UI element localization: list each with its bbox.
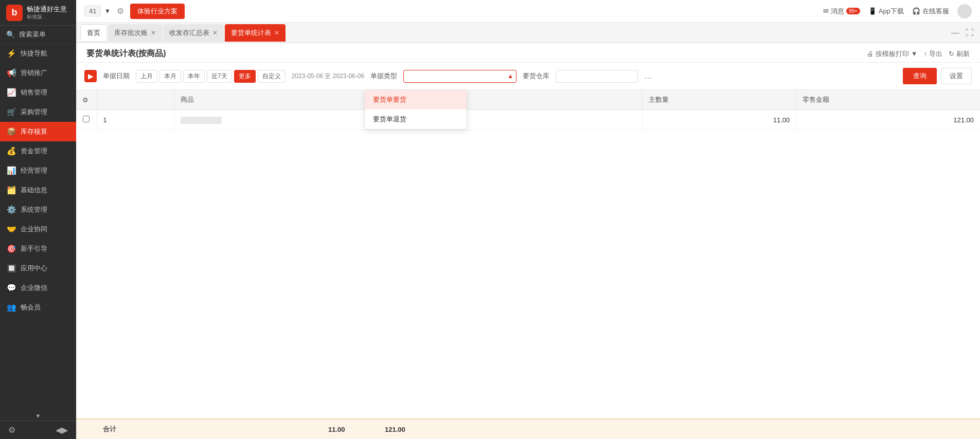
chevron-down-icon: ▼: [104, 7, 111, 15]
export-btn[interactable]: ↑ 导出: [924, 49, 943, 59]
row-amount[interactable]: 121.00: [796, 110, 980, 130]
members-icon: 👥: [6, 303, 16, 312]
system-icon: ⚙️: [6, 205, 16, 214]
sidebar-item-enterprise-wechat[interactable]: 💬 企业微信: [0, 278, 76, 298]
filter-actions: 查询 设置: [903, 68, 972, 84]
sidebar-item-operations[interactable]: 📊 经营管理: [0, 161, 76, 180]
type-dropdown-arrow[interactable]: ▲: [507, 72, 513, 80]
type-dropdown: 要货单要货 要货单退货: [364, 89, 467, 130]
message-icon: ✉: [823, 7, 829, 15]
sidebar-item-app-center[interactable]: 🔲 应用中心: [0, 259, 76, 278]
col-qty-header: 主数量: [643, 90, 796, 110]
tab-home[interactable]: 首页: [80, 24, 107, 42]
user-avatar[interactable]: [957, 4, 972, 19]
table-footer: 合计 11.00 121.00: [76, 418, 980, 439]
phone-icon: 📱: [868, 7, 877, 15]
type-input[interactable]: [403, 70, 516, 83]
sidebar-item-quick-nav[interactable]: ⚡ 快捷导航: [0, 44, 76, 63]
warehouse-input[interactable]: [556, 70, 638, 83]
enterprise-wechat-icon: 💬: [6, 283, 16, 292]
date-btn-this-year[interactable]: 本年: [183, 70, 205, 83]
base-info-icon: 🗂️: [6, 186, 16, 195]
row-qty[interactable]: 11.00: [643, 110, 796, 130]
messages-btn[interactable]: ✉ 消息 99+: [823, 7, 860, 16]
topbar: 41 ▼ ⚙ 体验行业方案 ✉ 消息 99+ 📱 App下载 🎧 在线客服: [76, 0, 980, 23]
sidebar-item-marketing[interactable]: 📢 营销推广: [0, 63, 76, 83]
tab-inventory-batch[interactable]: 库存批次账 ✕: [108, 24, 162, 42]
store-selector[interactable]: 41 ▼: [84, 6, 111, 16]
collapse-icon[interactable]: ◀▶: [56, 425, 68, 435]
sidebar-item-enterprise-coop[interactable]: 🤝 企业协同: [0, 220, 76, 239]
warehouse-label: 要货仓库: [523, 71, 549, 81]
data-table: ⚙ 商品 主计量单位 主数量 零售金额 1: [76, 90, 980, 130]
operations-icon: 📊: [6, 166, 16, 175]
sidebar-item-members[interactable]: 👥 畅会员: [0, 298, 76, 317]
refresh-btn[interactable]: ↻ 刷新: [949, 49, 970, 59]
customer-service-btn[interactable]: 🎧 在线客服: [912, 7, 949, 16]
app-download-btn[interactable]: 📱 App下载: [868, 7, 904, 16]
table-wrapper: ⚙ 商品 主计量单位 主数量 零售金额 1: [76, 90, 980, 418]
row-select-checkbox[interactable]: [83, 116, 90, 122]
sidebar-nav: ⚡ 快捷导航 📢 营销推广 📈 销售管理 🛒 采购管理 📦 库存核算 💰 资金管…: [0, 44, 76, 411]
filter-bar: ▶ 单据日期 上月 本月 本年 近7天 更多 自定义 2023-05-06 至 …: [76, 63, 980, 90]
chevron-right-icon: ▶: [88, 72, 94, 80]
dropdown-item-order-purchase[interactable]: 要货单要货: [365, 90, 467, 109]
finance-icon: 💰: [6, 147, 16, 156]
sidebar-item-inventory[interactable]: 📦 库存核算: [0, 122, 76, 141]
onboarding-icon: 🎯: [6, 244, 16, 253]
quick-nav-icon: ⚡: [6, 49, 16, 58]
table-settings-icon[interactable]: ⚙: [82, 96, 88, 104]
type-label: 单据类型: [370, 71, 397, 81]
col-amount-header: 零售金额: [796, 90, 980, 110]
sidebar-item-system[interactable]: ⚙️ 系统管理: [0, 200, 76, 220]
filter-expand-btn[interactable]: ▶: [84, 70, 97, 82]
query-btn[interactable]: 查询: [903, 68, 937, 84]
app-center-icon: 🔲: [6, 264, 16, 273]
table-row: 1 块 11.00 121.00: [76, 110, 980, 130]
page-header: 要货单统计表(按商品) 🖨 按模板打印 ▼ ↑ 导出 ↻ 刷新: [76, 43, 980, 63]
search-menu[interactable]: 🔍 搜索菜单: [0, 26, 76, 44]
sidebar-item-purchase[interactable]: 🛒 采购管理: [0, 102, 76, 122]
page-title: 要货单统计表(按商品): [86, 48, 166, 59]
purchase-icon: 🛒: [6, 107, 16, 117]
enterprise-coop-icon: 🤝: [6, 225, 16, 234]
tab-maximize-btn[interactable]: ⛶: [964, 27, 976, 39]
sidebar-scroll-down[interactable]: ▼: [0, 411, 76, 420]
tab-close-inventory-batch[interactable]: ✕: [151, 29, 156, 36]
main-area: 41 ▼ ⚙ 体验行业方案 ✉ 消息 99+ 📱 App下载 🎧 在线客服: [76, 0, 980, 439]
sidebar-footer: ⚙ ◀▶: [0, 420, 76, 439]
row-index: 1: [97, 110, 174, 130]
date-btn-more[interactable]: 更多: [234, 70, 256, 83]
date-btn-last-month[interactable]: 上月: [136, 70, 157, 83]
sidebar-logo-text: 畅捷通好生意 标准版: [27, 5, 67, 21]
sidebar-item-finance[interactable]: 💰 资金管理: [0, 141, 76, 161]
settings-btn[interactable]: 设置: [941, 68, 972, 84]
page-header-actions: 🖨 按模板打印 ▼ ↑ 导出 ↻ 刷新: [867, 49, 970, 59]
sidebar: b 畅捷通好生意 标准版 🔍 搜索菜单 ⚡ 快捷导航 📢 营销推广 📈 销售管理…: [0, 0, 76, 439]
app-logo-icon: b: [6, 5, 23, 21]
inventory-icon: 📦: [6, 127, 16, 136]
chevron-down-icon: ▼: [35, 413, 41, 419]
chevron-down-icon: ▼: [911, 50, 918, 58]
tab-receive-summary[interactable]: 收发存汇总表 ✕: [163, 24, 224, 42]
sidebar-item-base-info[interactable]: 🗂️ 基础信息: [0, 180, 76, 200]
tab-close-order-stats[interactable]: ✕: [274, 29, 279, 36]
filter-more-btn[interactable]: …: [644, 71, 652, 81]
promo-btn[interactable]: 体验行业方案: [130, 4, 185, 19]
topbar-settings-icon[interactable]: ⚙: [117, 6, 124, 16]
sales-icon: 📈: [6, 88, 16, 97]
col-settings[interactable]: ⚙: [76, 90, 97, 110]
date-label: 单据日期: [103, 71, 130, 81]
tab-minimize-btn[interactable]: —: [949, 27, 961, 39]
sidebar-item-onboarding[interactable]: 🎯 新手引导: [0, 239, 76, 259]
date-btn-last-7-days[interactable]: 近7天: [207, 70, 232, 83]
date-btn-this-month[interactable]: 本月: [159, 70, 181, 83]
date-btn-custom[interactable]: 自定义: [258, 70, 286, 83]
print-btn[interactable]: 🖨 按模板打印 ▼: [867, 49, 918, 59]
tab-close-receive-summary[interactable]: ✕: [212, 29, 218, 36]
tab-order-stats[interactable]: 要货单统计表 ✕: [225, 24, 286, 42]
settings-icon[interactable]: ⚙: [8, 425, 15, 435]
row-checkbox[interactable]: [76, 110, 97, 130]
dropdown-item-order-return[interactable]: 要货单退货: [365, 109, 467, 129]
sidebar-item-sales[interactable]: 📈 销售管理: [0, 83, 76, 102]
